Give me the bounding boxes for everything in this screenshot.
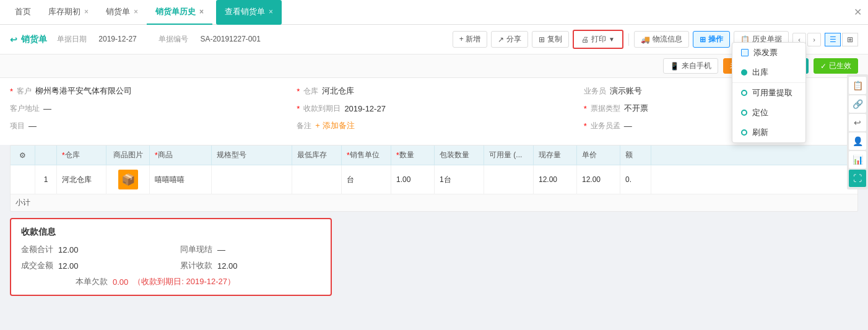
table-subtotal-row: 小计 <box>11 194 857 211</box>
tab-home[interactable]: 首页 <box>6 0 40 25</box>
address-value: — <box>43 104 51 113</box>
window-close-icon[interactable]: ✕ <box>854 6 862 18</box>
dropdown-refresh[interactable]: 刷新 <box>732 123 805 142</box>
tab-close-sales[interactable]: × <box>134 7 138 16</box>
same-order-value: — <box>217 245 225 254</box>
salesperson-value: 演示账号 <box>610 85 642 97</box>
tab-close-init[interactable]: × <box>84 7 89 16</box>
td-avail <box>484 165 534 194</box>
share-icon: ↗ <box>498 35 504 44</box>
grid-view-button[interactable]: ⊞ <box>842 33 858 46</box>
salesperson-label: 业务员 <box>584 86 606 97</box>
tab-close-view[interactable]: × <box>269 7 273 16</box>
effective-check-icon: ✓ <box>820 62 827 71</box>
th-unit: * 销售单位 <box>342 145 391 165</box>
th-extra: 额 <box>620 145 651 165</box>
print-icon: 🖨 <box>581 35 589 44</box>
salesperson-field: 业务员 演示账号 <box>584 85 858 97</box>
deal-amount-value: 12.00 <box>58 261 79 271</box>
td-image: 📦 <box>106 165 150 194</box>
total-value: 12.00 <box>58 245 79 254</box>
phone-icon: 📱 <box>670 62 679 71</box>
table-header-row: ⚙ * 仓库 商品图片 * 商品 规格型号 最低库存 * 销售单位 * 数量 包… <box>11 145 857 165</box>
operation-button[interactable]: ⊞ 操作 <box>693 31 730 48</box>
effective-button[interactable]: ✓ 已生效 <box>814 58 858 74</box>
add-note-button[interactable]: + 添加备注 <box>315 120 354 131</box>
ticket-type-field: * 票据类型 不开票 <box>584 103 858 114</box>
avail-icon <box>741 90 747 96</box>
copy-button[interactable]: ⊞ 复制 <box>532 31 569 48</box>
no-value: SA-20191227-001 <box>200 35 260 43</box>
table-row: 1 河北仓库 📦 嘻嘻嘻嘻 台 1.00 1台 12.00 12.00 0. <box>11 165 857 194</box>
owed-item: 本单欠款 0.00 （收款到期日: 2019-12-27） <box>21 276 321 287</box>
td-no: 1 <box>35 165 57 194</box>
payment-title: 收款信息 <box>21 227 321 238</box>
form-row-1: * 客户 柳州粤港平安气体有限公司 * 仓库 河北仓库 业务员 演示账号 <box>10 85 858 97</box>
tab-sales-history[interactable]: 销货单历史 × <box>147 0 212 25</box>
td-spec <box>212 165 292 194</box>
sidebar-return-icon[interactable]: ↩ <box>849 114 866 131</box>
list-view-button[interactable]: ☰ <box>825 33 841 46</box>
td-product: 嘻嘻嘻嘻 <box>150 165 212 194</box>
deal-amount-item: 成交金额 12.00 <box>21 260 162 271</box>
refresh-icon <box>741 129 747 136</box>
logistics-button[interactable]: 🚚 物流信息 <box>634 31 689 48</box>
td-stock: 12.00 <box>534 165 577 194</box>
th-pack: 包装数量 <box>435 145 484 165</box>
sidebar-user-icon[interactable]: 👤 <box>849 132 866 150</box>
no-label: 单据编号 <box>158 35 188 43</box>
dropdown-avail[interactable]: 可用量提取 <box>732 83 805 103</box>
project-field: 项目 — <box>10 121 284 131</box>
customer-value: 柳州粤港平安气体有限公司 <box>35 85 132 97</box>
ticket-type-value: 不开票 <box>624 103 648 114</box>
dropdown-add-invoice[interactable]: 添发票 <box>732 43 805 63</box>
date-label: 单据日期 <box>57 35 87 43</box>
salesperson2-field: * 业务员孟 — <box>584 121 858 131</box>
form-row-3: 项目 — 备注 + 添加备注 * 业务员孟 — <box>10 120 858 131</box>
th-warehouse: * 仓库 <box>57 145 106 165</box>
outbound-icon <box>741 69 747 76</box>
sidebar-link-icon[interactable]: 🔗 <box>849 95 866 113</box>
same-order-item: 同单现结 — <box>180 244 321 255</box>
tab-view-sales[interactable]: 查看销货单 × <box>216 0 282 25</box>
print-dropdown-icon: ▼ <box>609 36 615 43</box>
th-stock: 现存量 <box>534 145 577 165</box>
dropdown-outbound[interactable]: 出库 <box>732 63 805 82</box>
logistics-icon: 🚚 <box>641 35 650 44</box>
next-arrow[interactable]: › <box>807 33 821 46</box>
tab-init-inventory[interactable]: 库存期初 × <box>40 0 97 25</box>
tab-close-history[interactable]: × <box>199 7 204 16</box>
sidebar-chart-icon[interactable]: 📊 <box>849 151 866 168</box>
note-label: 备注 <box>297 121 311 131</box>
total-item: 金额合计 12.00 <box>21 244 162 255</box>
td-settings[interactable] <box>11 165 35 194</box>
tab-sales-order[interactable]: 销货单 × <box>97 0 147 25</box>
date-value: 2019-12-27 <box>98 35 136 43</box>
sidebar-expand-icon[interactable]: ⛶ <box>849 170 866 187</box>
td-qty: 1.00 <box>391 165 435 194</box>
payment-section: 收款信息 金额合计 12.00 同单现结 — 成交金额 12.00 累计收款 1… <box>10 218 332 296</box>
dropdown-locate[interactable]: 定位 <box>732 103 805 123</box>
salesperson2-value: — <box>624 121 632 131</box>
owed-note: （收款到期日: 2019-12-27） <box>133 276 235 287</box>
product-table: ⚙ * 仓库 商品图片 * 商品 规格型号 最低库存 * 销售单位 * 数量 包… <box>10 145 858 212</box>
th-settings[interactable]: ⚙ <box>11 145 35 165</box>
project-value: — <box>28 121 37 131</box>
warehouse-value: 河北仓库 <box>322 85 354 97</box>
th-avail: 可用量 (... <box>484 145 534 165</box>
customer-field: * 客户 柳州粤港平安气体有限公司 <box>10 85 284 97</box>
share-button[interactable]: ↗ 分享 <box>491 31 528 48</box>
sidebar-clipboard-icon[interactable]: 📋 <box>849 77 866 94</box>
required-mark5: * <box>584 121 587 131</box>
address-label: 客户地址 <box>10 103 40 114</box>
form-header-left: ↩ 销货单 单据日期 2019-12-27 单据编号 SA-20191227-0… <box>10 34 271 45</box>
owed-value: 0.00 <box>113 277 128 287</box>
operation-dropdown: 添发票 出库 可用量提取 定位 刷新 <box>732 42 806 143</box>
new-button[interactable]: + 新增 <box>453 31 487 48</box>
form-meta: 单据日期 2019-12-27 单据编号 SA-20191227-001 <box>57 34 271 45</box>
payment-grid: 金额合计 12.00 同单现结 — 成交金额 12.00 累计收款 12.00 … <box>21 244 321 287</box>
print-button[interactable]: 🖨 打印 ▼ <box>575 32 621 47</box>
th-product: * 商品 <box>150 145 212 165</box>
from-phone-button[interactable]: 📱 来自手机 <box>663 58 718 74</box>
form-row-2: 客户地址 — * 收款到期日 2019-12-27 * 票据类型 不开票 <box>10 103 858 114</box>
